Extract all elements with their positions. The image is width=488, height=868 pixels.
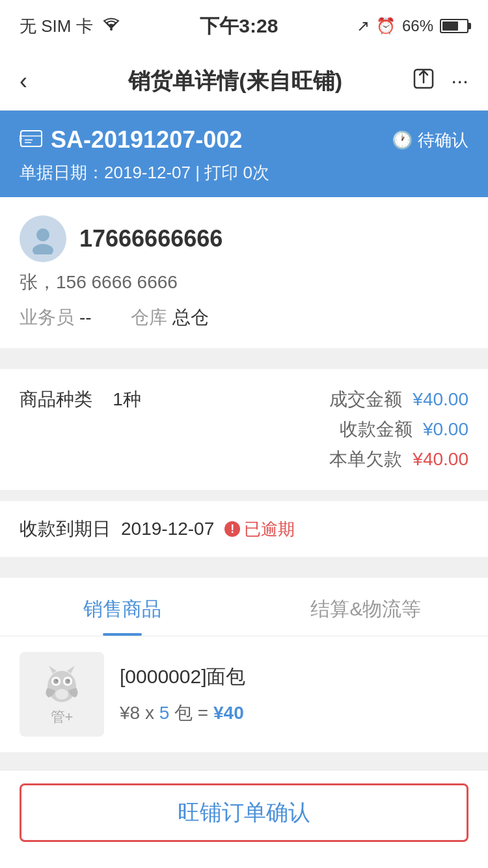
tab-sales-product[interactable]: 销售商品 <box>0 578 244 636</box>
customer-row: 17666666666 <box>20 215 468 262</box>
svg-marker-11 <box>67 666 75 673</box>
product-section: 管+ [0000002]面包 ¥8 x 5 包 = ¥40 <box>0 636 488 752</box>
order-id-icon <box>20 126 43 154</box>
product-title: 面包 <box>206 666 245 687</box>
goods-type-label: 商品种类 <box>20 389 92 409</box>
alarm-icon: ⏰ <box>376 17 396 35</box>
sales-meta: 业务员 -- <box>20 305 92 330</box>
nav-actions: ··· <box>412 67 468 96</box>
print-count: 0 <box>243 163 252 182</box>
print-label: | 打印 <box>191 163 243 182</box>
status-clock-icon: 🕐 <box>392 130 413 150</box>
price-multiply: x <box>145 703 159 723</box>
nav-bar: ‹ 销货单详情(来自旺铺) ··· <box>0 52 488 111</box>
overdue-badge: ! 已逾期 <box>224 518 295 541</box>
received-row: 收款金额 ¥0.00 <box>340 417 468 442</box>
svg-point-19 <box>55 689 68 699</box>
goods-type-row: 商品种类 1种 <box>20 387 141 412</box>
back-button[interactable]: ‹ <box>20 68 59 95</box>
overdue-icon: ! <box>224 521 240 537</box>
product-thumb-inner: 管+ <box>20 652 104 737</box>
product-code: [0000002] <box>120 666 206 687</box>
svg-rect-3 <box>21 131 42 146</box>
order-date-value: 2019-12-07 <box>104 163 191 182</box>
sales-label: 业务员 <box>20 305 74 330</box>
order-id: SA-20191207-002 <box>20 126 242 154</box>
order-header: SA-20191207-002 🕐 待确认 单据日期：2019-12-07 | … <box>0 111 488 197</box>
avatar <box>20 215 66 262</box>
order-id-text: SA-20191207-002 <box>51 126 242 154</box>
price-value: ¥8 <box>120 703 140 723</box>
order-status-text: 待确认 <box>418 129 468 152</box>
customer-meta: 业务员 -- 仓库 总仓 <box>20 305 468 330</box>
due-date-section: 收款到期日 2019-12-07 ! 已逾期 <box>0 500 488 557</box>
tabs-row: 销售商品 结算&物流等 <box>0 578 488 636</box>
summary-section: 商品种类 1种 成交金额 ¥40.00 收款金额 ¥0.00 本单欠款 ¥40.… <box>0 369 488 490</box>
status-time: 下午3:28 <box>200 13 278 40</box>
received-label: 收款金额 <box>340 417 413 442</box>
summary-grid: 商品种类 1种 成交金额 ¥40.00 收款金额 ¥0.00 本单欠款 ¥40.… <box>20 387 468 472</box>
product-price: ¥8 x 5 包 = ¥40 <box>120 701 468 726</box>
order-status: 🕐 待确认 <box>392 129 468 152</box>
owed-row: 本单欠款 ¥40.00 <box>329 447 468 472</box>
due-date-value: 2019-12-07 <box>121 519 214 539</box>
page-title: 销货单详情(来自旺铺) <box>128 66 342 96</box>
battery-text: 66% <box>402 17 433 35</box>
amount-label: 成交金额 <box>329 387 402 412</box>
warehouse-meta: 仓库 总仓 <box>131 305 209 330</box>
wifi-icon <box>101 16 122 36</box>
warehouse-value: 总仓 <box>172 305 209 330</box>
status-bar: 无 SIM 卡 下午3:28 ↗ ⏰ 66% <box>0 0 488 52</box>
battery-icon <box>440 19 468 33</box>
due-label: 收款到期日 <box>20 517 111 541</box>
customer-phone: 17666666666 <box>79 225 223 252</box>
tab-settlement-label: 结算&物流等 <box>310 598 421 619</box>
svg-point-7 <box>36 228 49 241</box>
order-id-row: SA-20191207-002 🕐 待确认 <box>20 126 468 154</box>
product-item: 管+ [0000002]面包 ¥8 x 5 包 = ¥40 <box>20 652 468 737</box>
price-qty: 5 <box>159 703 170 723</box>
print-unit: 次 <box>252 163 269 182</box>
confirm-order-button[interactable]: 旺铺订单确认 <box>20 783 468 842</box>
more-button[interactable]: ··· <box>451 69 468 93</box>
svg-point-17 <box>68 680 70 682</box>
product-info: [0000002]面包 ¥8 x 5 包 = ¥40 <box>120 664 468 726</box>
status-right: ↗ ⏰ 66% <box>357 17 468 35</box>
tab-settlement[interactable]: 结算&物流等 <box>244 578 488 636</box>
summary-left: 商品种类 1种 <box>20 387 141 412</box>
customer-name: 张，156 6666 6666 <box>20 270 468 295</box>
svg-point-0 <box>110 28 113 31</box>
summary-right: 成交金额 ¥40.00 收款金额 ¥0.00 本单欠款 ¥40.00 <box>329 387 468 472</box>
overdue-text: 已逾期 <box>244 518 295 541</box>
product-logo-plus: 管+ <box>51 707 74 727</box>
date-label: 单据日期： <box>20 163 104 182</box>
svg-point-8 <box>33 244 53 254</box>
product-thumbnail: 管+ <box>20 652 104 737</box>
owed-value: ¥40.00 <box>413 449 468 470</box>
customer-section: 17666666666 张，156 6666 6666 业务员 -- 仓库 总仓 <box>0 197 488 348</box>
price-unit: 包 <box>174 703 193 723</box>
svg-point-16 <box>56 680 58 682</box>
location-icon: ↗ <box>357 17 370 35</box>
tabs-section: 销售商品 结算&物流等 <box>0 578 488 752</box>
share-button[interactable] <box>412 67 435 96</box>
warehouse-label: 仓库 <box>131 305 167 330</box>
tab-sales-product-label: 销售商品 <box>83 598 161 619</box>
amount-row: 成交金额 ¥40.00 <box>329 387 468 412</box>
order-date-row: 单据日期：2019-12-07 | 打印 0次 <box>20 161 468 184</box>
goods-type-value: 1种 <box>113 389 141 409</box>
divider-1 <box>0 359 488 369</box>
received-value: ¥0.00 <box>423 419 468 440</box>
bottom-bar: 旺铺订单确认 <box>0 770 488 868</box>
owed-label: 本单欠款 <box>329 447 402 472</box>
sales-value: -- <box>79 307 92 328</box>
price-total: ¥40 <box>213 703 244 723</box>
amount-value: ¥40.00 <box>413 389 468 410</box>
divider-2 <box>0 557 488 567</box>
status-carrier: 无 SIM 卡 <box>20 15 122 38</box>
carrier-text: 无 SIM 卡 <box>20 15 93 38</box>
product-name: [0000002]面包 <box>120 664 468 690</box>
svg-marker-10 <box>49 666 57 673</box>
price-equals: = <box>198 703 213 723</box>
